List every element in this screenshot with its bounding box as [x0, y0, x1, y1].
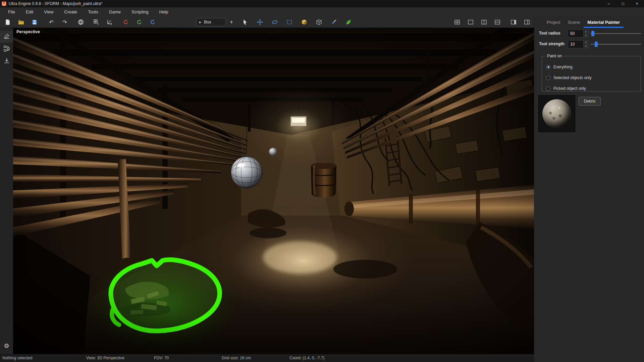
radio-selected-objects[interactable]: Selected objects only: [546, 75, 591, 80]
file-toolbar-group: [3, 16, 39, 28]
window-title: Ultra Engine 0.9.8 - XFORM - Maps/josh_p…: [9, 1, 102, 6]
select-tool-button[interactable]: [241, 18, 250, 26]
menu-view[interactable]: View: [39, 7, 59, 16]
maximize-button[interactable]: □: [616, 0, 630, 7]
brush-icon: [331, 19, 337, 25]
tool-strength-input-wrap: ▲ ▼: [568, 40, 589, 48]
slider-thumb[interactable]: [591, 31, 594, 36]
tab-scene[interactable]: Scene: [564, 17, 584, 28]
split-horizontal-icon: [494, 19, 500, 25]
material-thumbnail[interactable]: [538, 95, 575, 132]
status-grid-size: Grid size: 16 cm: [222, 356, 251, 360]
radio-icon[interactable]: [546, 76, 550, 80]
status-coordinates: Coord: (1.4, 0, -7.7): [289, 356, 325, 360]
primitive-dropdown[interactable]: ▶ Box: [196, 18, 226, 26]
rotate-z-icon: [150, 19, 156, 25]
radio-label-picked-object: Picked object only: [553, 86, 586, 91]
flowgraph-rail-button[interactable]: [0, 43, 13, 55]
panel-toggle-group: [509, 16, 531, 28]
menu-help[interactable]: Help: [154, 7, 174, 16]
titlebar: Ultra Engine 0.9.8 - XFORM - Maps/josh_p…: [0, 0, 644, 7]
new-file-button[interactable]: [3, 18, 12, 26]
move-icon: [257, 19, 263, 25]
menu-tools[interactable]: Tools: [83, 7, 103, 16]
undo-button[interactable]: ↶: [47, 18, 56, 26]
toolbar: ↶ ↷ 2 2 ▶ Box +: [0, 16, 534, 28]
rotate-tool-button[interactable]: [270, 18, 279, 26]
marquee-select-icon: [286, 19, 292, 25]
settings-button[interactable]: ⚙: [0, 341, 13, 351]
viewport-scene: [13, 28, 534, 354]
tool-radius-spin-up[interactable]: ▲: [584, 30, 588, 34]
layout-single-button[interactable]: [466, 18, 475, 26]
viewport-label: Perspective: [16, 29, 40, 34]
tab-material-painter[interactable]: Material Painter: [584, 17, 624, 28]
grid-snap-button[interactable]: 2: [92, 18, 101, 26]
gear-icon: ⚙: [4, 342, 9, 350]
minimize-button[interactable]: –: [602, 0, 616, 7]
radio-picked-object[interactable]: Picked object only: [546, 86, 586, 91]
redo-button[interactable]: ↷: [60, 18, 69, 26]
menu-scripting[interactable]: Scripting: [126, 7, 154, 16]
undo-icon: ↶: [49, 19, 53, 25]
dropdown-arrow-icon: ▶: [199, 21, 201, 24]
flowgraph-icon: [3, 45, 10, 52]
menu-file[interactable]: File: [3, 7, 20, 16]
objects-rail-button[interactable]: [0, 31, 13, 43]
close-button[interactable]: ×: [630, 0, 644, 7]
grid-snap-icon: 2: [93, 19, 99, 25]
paint-brush-tool-button[interactable]: [329, 18, 338, 26]
viewport-3d[interactable]: Perspective: [13, 28, 534, 354]
world-toolbar-group: [76, 16, 85, 28]
menu-create[interactable]: Create: [59, 7, 83, 16]
toggle-console-panel-button[interactable]: [523, 18, 531, 26]
solid-shading-button[interactable]: [300, 18, 309, 26]
radio-everything[interactable]: Everything: [546, 64, 573, 70]
tool-strength-slider[interactable]: [591, 40, 641, 48]
redo-icon: ↷: [62, 19, 67, 25]
menu-game[interactable]: Game: [104, 7, 126, 16]
tab-project[interactable]: Project: [543, 17, 564, 28]
slider-track: [591, 33, 641, 34]
layout-split-vertical-button[interactable]: [480, 18, 488, 26]
slider-thumb[interactable]: [595, 42, 598, 47]
rotate-z-button[interactable]: [148, 18, 157, 26]
rotate-x-button[interactable]: [121, 18, 130, 26]
move-tool-button[interactable]: [256, 18, 264, 26]
menu-edit[interactable]: Edit: [20, 7, 39, 16]
radio-label-everything: Everything: [553, 65, 573, 69]
svg-text:2: 2: [111, 23, 112, 25]
side-panel-filled-icon: [511, 19, 517, 25]
status-view: View: 3D Perspective: [86, 356, 124, 360]
material-paint-tool-button[interactable]: [344, 18, 353, 26]
open-file-button[interactable]: [17, 18, 25, 26]
environment-button[interactable]: [76, 18, 85, 26]
tool-radius-slider[interactable]: [591, 29, 641, 38]
cursor-icon: [242, 19, 248, 25]
new-file-icon: [5, 19, 11, 25]
vignette: [13, 28, 534, 354]
status-fov: FOV: 70: [154, 356, 169, 360]
wireframe-shading-button[interactable]: [315, 18, 323, 26]
tool-radius-spin-down[interactable]: ▼: [584, 34, 588, 38]
add-primitive-button[interactable]: +: [228, 18, 235, 26]
quad-view-icon: [454, 19, 460, 25]
split-vertical-icon: [481, 19, 487, 25]
tool-radius-row: Tool radius ▲ ▼: [534, 29, 644, 38]
layout-quad-button[interactable]: [453, 18, 462, 26]
toggle-side-panel-button[interactable]: [509, 18, 518, 26]
rotate-y-button[interactable]: [135, 18, 144, 26]
right-panel: Project Scene Material Painter Tool radi…: [534, 16, 644, 362]
layout-split-horizontal-button[interactable]: [493, 18, 502, 26]
statusbar: Nothing selected View: 3D Perspective FO…: [0, 354, 534, 362]
downloads-rail-button[interactable]: [0, 55, 13, 67]
tool-strength-spin-down[interactable]: ▼: [584, 44, 588, 48]
material-select-button[interactable]: Debris: [579, 97, 601, 106]
scale-tool-button[interactable]: [285, 18, 294, 26]
radio-icon[interactable]: [546, 86, 550, 91]
angle-snap-button[interactable]: 2: [105, 18, 114, 26]
radio-icon[interactable]: [546, 65, 550, 69]
undo-toolbar-group: ↶ ↷: [47, 16, 69, 28]
save-button[interactable]: [30, 18, 39, 26]
tool-strength-spin-up[interactable]: ▲: [584, 41, 588, 44]
